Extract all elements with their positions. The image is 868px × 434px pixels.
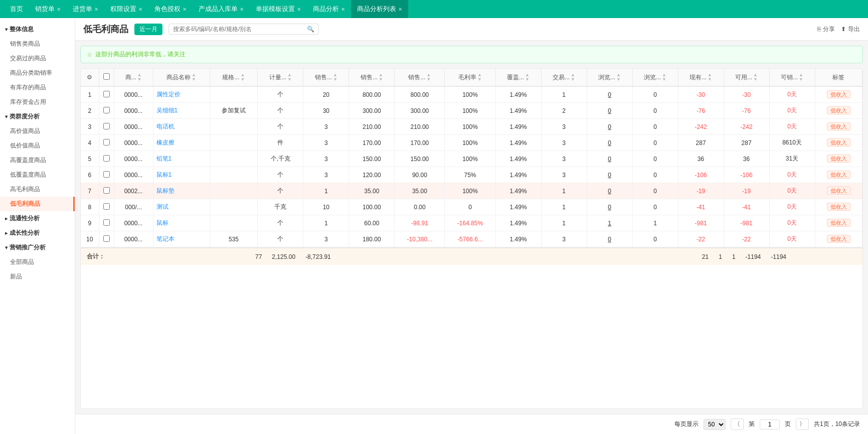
page-input[interactable] [760,419,780,429]
sidebar-item-capital[interactable]: 库存资金占用 [0,95,75,109]
date-filter-button[interactable]: 近一月 [134,24,162,35]
sort-icon-sellable[interactable]: ▲▼ [799,73,803,82]
sort-icon-transaction[interactable]: ▲▼ [571,73,575,82]
nav-close-analysis[interactable]: ✕ [341,7,345,12]
sidebar-group-cluster[interactable]: ▾ 类群度分析 [0,109,75,124]
sidebar-item-high-value[interactable]: 高价值商品 [0,124,75,138]
row-browse1[interactable]: 0 [587,119,632,135]
row-checkbox[interactable] [99,183,114,199]
row-select-checkbox[interactable] [103,91,110,97]
sort-icon-gross-margin[interactable]: ▲▼ [477,73,482,82]
row-select-checkbox[interactable] [103,235,110,242]
sidebar-item-in-stock[interactable]: 有库存的商品 [0,80,75,95]
sidebar-group-marketing[interactable]: ▾ 营销推广分析 [0,240,75,255]
search-icon[interactable]: 🔍 [307,26,314,33]
row-name[interactable]: 电话机 [153,119,210,135]
nav-analysis-list[interactable]: 商品分析列表 ✕ [351,0,408,18]
nav-analysis[interactable]: 商品分析 ✕ [307,0,351,18]
row-checkbox[interactable] [99,151,114,167]
row-name[interactable]: 测试 [153,199,210,215]
nav-product-warehouse[interactable]: 产成品入库单 ✕ [193,0,250,18]
sidebar-item-high-coverage[interactable]: 高覆盖度商品 [0,153,75,168]
prev-page-button[interactable]: 〈 [731,418,744,430]
sidebar-item-low-margin[interactable]: 低毛利商品 [0,197,75,211]
row-browse1[interactable]: 0 [587,151,632,167]
row-name[interactable]: 铅笔1 [153,151,210,167]
row-select-checkbox[interactable] [103,203,110,210]
row-name[interactable]: 笔记本 [153,231,210,247]
next-page-button[interactable]: 〉 [796,418,809,430]
sort-icon-available[interactable]: ▲▼ [753,73,758,82]
row-select-checkbox[interactable] [103,107,110,113]
nav-purchase[interactable]: 进货单 ✕ [67,0,104,18]
row-select-checkbox[interactable] [103,123,110,129]
row-select-checkbox[interactable] [103,155,110,162]
row-name[interactable]: 鼠标1 [153,167,210,183]
row-checkbox[interactable] [99,231,114,247]
export-button[interactable]: ⬆ 导出 [841,25,860,34]
sidebar-item-new-goods[interactable]: 新品 [0,269,75,284]
nav-close-product-warehouse[interactable]: ✕ [240,7,244,12]
row-browse1[interactable]: 0 [587,135,632,151]
nav-close-analysis-list[interactable]: ✕ [398,7,402,12]
row-checkbox[interactable] [99,86,114,103]
sort-icon-code[interactable]: ▲▼ [137,73,142,82]
nav-close-template[interactable]: ✕ [297,7,301,12]
sidebar-item-sales-goods[interactable]: 销售类商品 [0,37,75,51]
nav-sales[interactable]: 销货单 ✕ [29,0,67,18]
row-checkbox[interactable] [99,135,114,151]
row-checkbox[interactable] [99,119,114,135]
row-browse1[interactable]: 0 [587,103,632,119]
sort-icon-current-stock[interactable]: ▲▼ [708,73,712,82]
search-input[interactable] [173,26,307,33]
row-select-checkbox[interactable] [103,171,110,178]
sort-icon-sale-qty[interactable]: ▲▼ [333,73,337,82]
per-page-select[interactable]: 50 [704,419,726,430]
row-browse1[interactable]: 1 [587,215,632,231]
row-browse1[interactable]: 0 [587,199,632,215]
select-all-checkbox[interactable] [103,73,110,80]
nav-template[interactable]: 单据模板设置 ✕ [250,0,307,18]
row-select-checkbox[interactable] [103,187,110,194]
sidebar-item-all-goods[interactable]: 全部商品 [0,255,75,269]
nav-role[interactable]: 角色授权 ✕ [148,0,193,18]
sort-icon-unit[interactable]: ▲▼ [287,73,292,82]
sidebar-item-high-margin[interactable]: 高毛利商品 [0,182,75,197]
nav-permission[interactable]: 权限设置 ✕ [104,0,148,18]
row-browse1[interactable]: 0 [587,86,632,103]
row-checkbox[interactable] [99,215,114,231]
sidebar-item-low-coverage[interactable]: 低覆盖度商品 [0,168,75,182]
sort-icon-coverage[interactable]: ▲▼ [525,73,530,82]
row-browse1[interactable]: 0 [587,183,632,199]
sidebar-item-low-value[interactable]: 低价值商品 [0,138,75,153]
row-name[interactable]: 属性定价 [153,86,210,103]
sort-icon-sale-price[interactable]: ▲▼ [379,73,383,82]
nav-home[interactable]: 首页 [4,0,29,18]
row-checkbox[interactable] [99,103,114,119]
sort-icon-name[interactable]: ▲▼ [192,73,196,82]
row-select-checkbox[interactable] [103,219,110,226]
col-settings[interactable]: ⚙ [81,69,99,86]
sidebar-item-traded-goods[interactable]: 交易过的商品 [0,51,75,66]
nav-close-purchase[interactable]: ✕ [94,7,98,12]
sort-icon-spec[interactable]: ▲▼ [241,73,245,82]
nav-close-sales[interactable]: ✕ [57,7,61,12]
sidebar-group-overview[interactable]: ▾ 整体信息 [0,22,75,37]
settings-icon[interactable]: ⚙ [87,74,92,81]
row-browse1[interactable]: 0 [587,167,632,183]
share-button[interactable]: ⎘ 分享 [817,25,835,34]
row-select-checkbox[interactable] [103,139,110,146]
row-browse1[interactable]: 0 [587,231,632,247]
row-checkbox[interactable] [99,167,114,183]
row-name[interactable]: 吴细细1 [153,103,210,119]
nav-close-permission[interactable]: ✕ [138,7,142,12]
sidebar-item-category-rate[interactable]: 商品分类助销率 [0,66,75,80]
sidebar-group-flow[interactable]: ▸ 流通性分析 [0,211,75,226]
sort-icon-browse1[interactable]: ▲▼ [616,73,621,82]
row-name[interactable]: 鼠标垫 [153,183,210,199]
row-name[interactable]: 橡皮擦 [153,135,210,151]
row-checkbox[interactable] [99,199,114,215]
sidebar-group-growth[interactable]: ▸ 成长性分析 [0,226,75,240]
row-name[interactable]: 鼠标 [153,215,210,231]
sort-icon-sale-amount[interactable]: ▲▼ [426,73,431,82]
